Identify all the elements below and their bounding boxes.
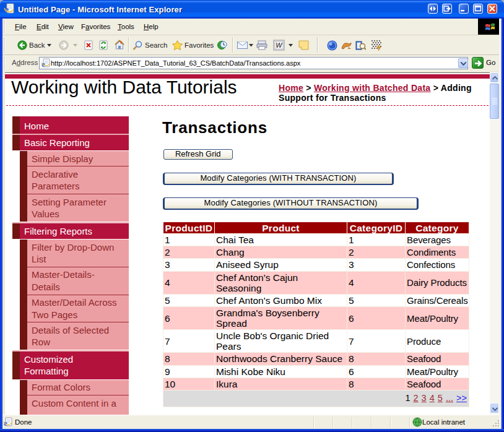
svg-text:W: W (276, 41, 283, 49)
